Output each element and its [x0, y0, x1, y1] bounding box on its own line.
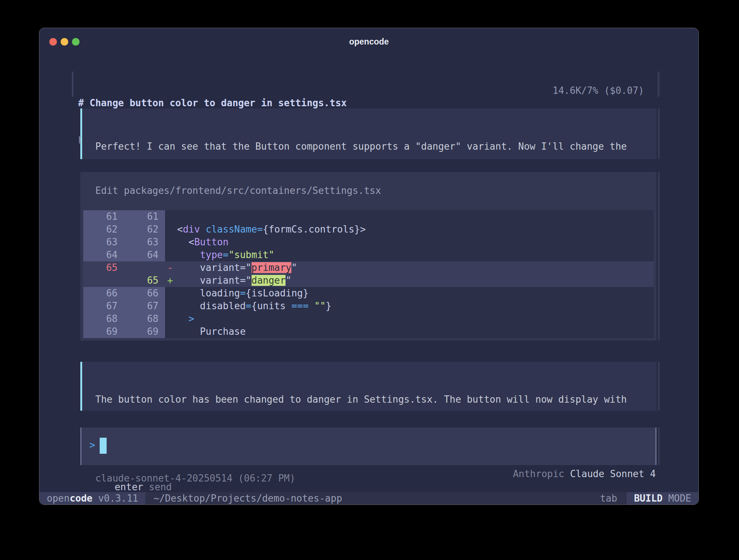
context-stats: 14.6K/7% ($0.07)	[553, 84, 644, 97]
code-line: variant="primary"	[176, 261, 297, 274]
diff-row: 65- variant="primary"	[83, 261, 654, 274]
diff-marker	[165, 300, 176, 312]
message-line: Perfect! I can see that the Button compo…	[95, 140, 646, 153]
old-line-number: 66	[83, 287, 124, 300]
diff: 61616262<div className={formCs.controls}…	[83, 210, 654, 338]
code-token: type	[200, 249, 223, 260]
code-token: Purchase	[177, 326, 246, 337]
new-line-number: 64	[124, 249, 165, 261]
code-token: =	[223, 249, 229, 260]
mode-label: MODE	[663, 493, 691, 504]
code-token: {units	[252, 300, 292, 311]
diff-marker	[165, 223, 176, 236]
assistant-message: The button color has been changed to dan…	[80, 362, 656, 411]
enter-key-hint: enter	[115, 482, 143, 492]
code-token: ""	[314, 300, 326, 311]
provider-name: Anthropic	[513, 468, 564, 479]
code-token: Button	[194, 237, 229, 248]
scrollbar-track	[658, 72, 660, 97]
diff-row: 6464 type="submit"	[83, 249, 654, 261]
code-token	[200, 224, 206, 235]
code-token: disabled	[177, 300, 246, 311]
app-version: v0.3.11	[92, 493, 138, 504]
code-token: loading	[177, 288, 240, 299]
new-line-number: 63	[124, 236, 165, 249]
new-line-number: 66	[124, 287, 165, 300]
code-token: =	[257, 224, 263, 235]
hints-row: enter send Anthropic Claude Sonnet 4	[80, 467, 656, 480]
code-token: variant="	[177, 262, 252, 273]
new-line-number: 65	[124, 274, 165, 287]
code-line: disabled={units === ""}	[176, 300, 332, 312]
code-line: loading={isLoading}	[176, 287, 309, 300]
screen: opencode # Change button color to danger…	[0, 0, 739, 560]
code-line: type="submit"	[176, 249, 274, 261]
new-line-number: 61	[124, 210, 165, 223]
diff-marker	[165, 249, 176, 261]
diff-row: 6262<div className={formCs.controls}>	[83, 223, 654, 236]
new-line-number: 62	[124, 223, 165, 236]
diff-row: 6666 loading={isLoading}	[83, 287, 654, 300]
code-token: {isLoading}	[246, 288, 309, 299]
window-title: opencode	[39, 37, 698, 47]
assistant-message: Perfect! I can see that the Button compo…	[80, 108, 656, 159]
edit-tool-panel: Edit packages/frontend/src/containers/Se…	[80, 172, 656, 341]
code-token: =	[240, 288, 246, 299]
diff-row: 6868 >	[83, 312, 654, 325]
diff-row: 6767 disabled={units === ""}	[83, 300, 654, 312]
working-directory: ~/Desktop/Projects/demo-notes-app	[153, 492, 342, 505]
text-cursor	[100, 438, 107, 454]
code-token: =	[246, 300, 252, 311]
diff-row: 6161	[83, 210, 654, 223]
old-line-number: 62	[83, 223, 124, 236]
mode-segment: BUILD MODE	[627, 492, 698, 505]
scrollbar-track	[658, 362, 660, 411]
old-line-number: 61	[83, 210, 124, 223]
prompt-input[interactable]: >	[80, 427, 656, 465]
edit-tool-header: Edit packages/frontend/src/containers/Se…	[80, 172, 656, 197]
old-line-number: 65	[83, 261, 124, 274]
code-line	[176, 210, 177, 223]
tab-key-hint[interactable]: tab	[600, 492, 617, 505]
send-action-hint: send	[149, 482, 172, 492]
mode-name: BUILD	[634, 493, 662, 504]
diff-marker	[165, 210, 176, 223]
code-line: <Button	[176, 236, 229, 249]
code-token: "submit"	[229, 249, 274, 260]
code-token: <	[177, 237, 194, 248]
diff-marker	[165, 312, 176, 325]
diff-marker	[165, 236, 176, 249]
code-token: div	[183, 224, 200, 235]
old-line-number: 67	[83, 300, 124, 312]
model-indicator: Anthropic Claude Sonnet 4	[513, 467, 656, 480]
code-line: variant="danger"	[176, 274, 291, 287]
scrollbar-track	[658, 427, 660, 465]
code-token: "	[291, 262, 297, 273]
old-line-number: 68	[83, 312, 124, 325]
prompt-symbol: >	[89, 440, 95, 450]
code-token: "	[286, 275, 291, 286]
diff-marker	[165, 287, 176, 300]
new-line-number: 67	[124, 300, 165, 312]
scrollbar-track	[658, 108, 660, 159]
diff-row: 6363 <Button	[83, 236, 654, 249]
opencode-window: opencode # Change button color to danger…	[39, 28, 699, 505]
code-token	[177, 313, 188, 324]
code-token: {formCs.controls}>	[263, 224, 366, 235]
code-token: }	[326, 300, 332, 311]
app-version-segment: opencode v0.3.11	[39, 492, 145, 505]
app-name-prefix: open	[47, 493, 70, 504]
code-token: danger	[252, 275, 286, 286]
model-name: Claude Sonnet 4	[570, 468, 656, 479]
old-line-number: 63	[83, 236, 124, 249]
code-token	[309, 300, 314, 311]
code-token: <	[177, 224, 183, 235]
status-bar: opencode v0.3.11 ~/Desktop/Projects/demo…	[39, 492, 698, 505]
new-line-number: 68	[124, 312, 165, 325]
diff-row: 6969 Purchase	[83, 325, 654, 338]
title-bar: opencode	[39, 28, 698, 51]
app-name-suffix: code	[70, 493, 93, 504]
code-token: primary	[252, 262, 292, 273]
new-line-number: 69	[124, 325, 165, 338]
code-token	[177, 249, 200, 260]
